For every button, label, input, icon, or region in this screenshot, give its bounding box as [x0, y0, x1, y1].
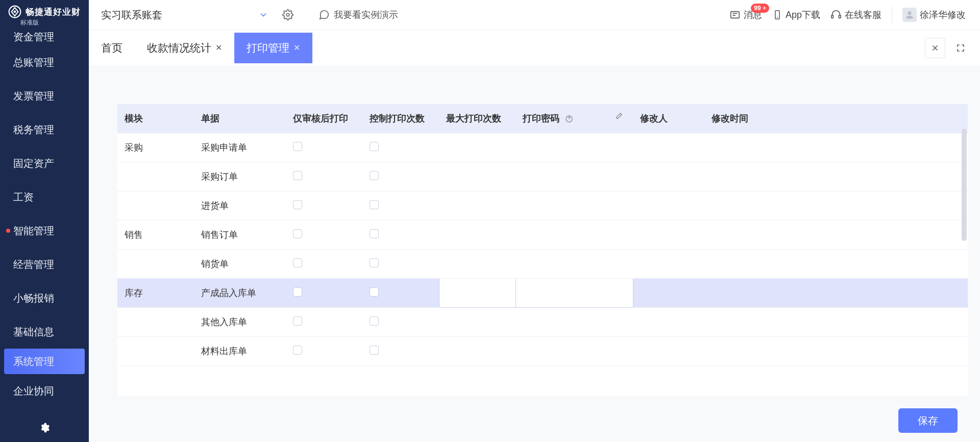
user-menu[interactable]: 徐泽华修改 [902, 8, 966, 22]
sidebar-settings-button[interactable] [0, 418, 89, 438]
account-selector[interactable]: 实习联系账套 [89, 0, 278, 30]
cell-pwd [516, 133, 633, 162]
ctrl-checkbox[interactable] [370, 229, 379, 238]
tab-print-mgmt[interactable]: 打印管理 ✕ [234, 33, 312, 63]
messages-button[interactable]: 消息 99 + [729, 9, 762, 21]
sidebar-item-ledger[interactable]: 总账管理 [0, 45, 89, 79]
sidebar-nav: 资金管理 总账管理 发票管理 税务管理 固定资产 工资 智能管理 经营管理 小畅… [0, 30, 89, 408]
cell-ctrl [362, 220, 439, 250]
tab-label: 收款情况统计 [147, 41, 211, 55]
scrollbar[interactable] [962, 129, 967, 241]
cell-max[interactable] [439, 279, 516, 308]
cell-pwd[interactable] [516, 279, 633, 308]
close-icon[interactable]: ✕ [215, 43, 222, 53]
settings-button[interactable] [278, 5, 298, 25]
sidebar-item-business[interactable]: 经营管理 [0, 248, 89, 281]
support-label: 在线客服 [845, 9, 881, 21]
col-max: 最大打印次数 [439, 104, 516, 133]
audit-checkbox[interactable] [293, 258, 302, 267]
save-button[interactable]: 保存 [898, 408, 958, 433]
close-icon[interactable]: ✕ [293, 43, 300, 53]
sidebar-item-smart[interactable]: 智能管理 [0, 214, 89, 248]
chevron-down-icon [258, 10, 268, 20]
col-modtime: 修改时间 [704, 104, 968, 133]
cell-audit [286, 220, 362, 250]
sidebar-item-invoice[interactable]: 发票管理 [0, 79, 89, 113]
cell-doc: 产成品入库单 [194, 279, 286, 308]
audit-checkbox[interactable] [293, 346, 302, 355]
cell-pwd [516, 250, 633, 279]
close-all-tabs-button[interactable] [925, 38, 945, 58]
cell-doc: 销售订单 [194, 220, 286, 250]
account-name: 实习联系账套 [101, 8, 162, 22]
audit-checkbox[interactable] [293, 316, 302, 326]
audit-checkbox[interactable] [293, 142, 302, 151]
ctrl-checkbox[interactable] [370, 316, 379, 326]
gear-icon [39, 422, 50, 433]
tab-home[interactable]: 首页 [89, 33, 135, 63]
ctrl-checkbox[interactable] [370, 287, 379, 297]
cell-max [439, 220, 516, 250]
svg-point-2 [286, 13, 289, 16]
sidebar-item-system[interactable]: 系统管理 [4, 349, 85, 374]
cell-module: 销售 [117, 220, 194, 250]
demo-link[interactable]: 我要看实例演示 [318, 9, 398, 21]
cell-modifier [633, 279, 704, 308]
ctrl-checkbox[interactable] [370, 346, 379, 355]
cell-pwd [516, 220, 633, 250]
cell-doc: 进货单 [194, 191, 286, 220]
cell-modtime [704, 250, 968, 279]
audit-checkbox[interactable] [293, 229, 302, 238]
audit-checkbox[interactable] [293, 287, 302, 297]
sidebar-item-expense[interactable]: 小畅报销 [0, 281, 89, 315]
cell-ctrl [362, 133, 439, 162]
phone-icon [772, 10, 782, 20]
cell-max [439, 133, 516, 162]
cell-ctrl [362, 250, 439, 279]
audit-checkbox[interactable] [293, 200, 302, 209]
app-download-button[interactable]: App下载 [772, 9, 820, 21]
help-icon[interactable] [565, 115, 573, 123]
audit-checkbox[interactable] [293, 171, 302, 180]
table-row[interactable]: 采购订单 [117, 162, 968, 191]
demo-label: 我要看实例演示 [334, 9, 398, 21]
cell-max [439, 191, 516, 220]
sidebar-item-partial[interactable]: 资金管理 [0, 30, 89, 45]
table-row[interactable]: 库存产成品入库单 [117, 279, 968, 308]
cell-module [117, 162, 194, 191]
sidebar-item-basic[interactable]: 基础信息 [0, 315, 89, 349]
table-row[interactable]: 进货单 [117, 191, 968, 220]
sidebar-item-collab[interactable]: 企业协同 [0, 374, 89, 408]
ctrl-checkbox[interactable] [370, 200, 379, 209]
svg-rect-4 [775, 11, 779, 19]
fullscreen-icon [956, 43, 965, 53]
messages-badge: 99 + [751, 4, 769, 13]
cell-modtime [704, 308, 968, 337]
table-row[interactable]: 销售销售订单 [117, 220, 968, 250]
cell-modtime [704, 337, 968, 366]
brand-edition: 标准版 [0, 18, 89, 27]
cell-module [117, 250, 194, 279]
ctrl-checkbox[interactable] [370, 171, 379, 180]
support-button[interactable]: 在线客服 [830, 9, 881, 21]
table-row[interactable]: 材料出库单 [117, 337, 968, 366]
sidebar-item-assets[interactable]: 固定资产 [0, 146, 89, 180]
cell-modifier [633, 220, 704, 250]
cell-max [439, 162, 516, 191]
table-row[interactable]: 销货单 [117, 250, 968, 279]
sidebar-item-salary[interactable]: 工资 [0, 180, 89, 214]
sidebar-item-tax[interactable]: 税务管理 [0, 113, 89, 146]
cell-max [439, 250, 516, 279]
cell-modifier [633, 162, 704, 191]
chat-icon [318, 9, 330, 20]
table-row[interactable]: 采购采购申请单 [117, 133, 968, 162]
ctrl-checkbox[interactable] [370, 258, 379, 267]
edit-icon[interactable] [615, 112, 623, 120]
tab-receipt-stats[interactable]: 收款情况统计 ✕ [135, 33, 234, 63]
user-name: 徐泽华修改 [920, 9, 966, 21]
cell-modtime [704, 279, 968, 308]
ctrl-checkbox[interactable] [370, 142, 379, 151]
fullscreen-button[interactable] [950, 38, 971, 58]
cell-max [439, 337, 516, 366]
table-row[interactable]: 其他入库单 [117, 308, 968, 337]
